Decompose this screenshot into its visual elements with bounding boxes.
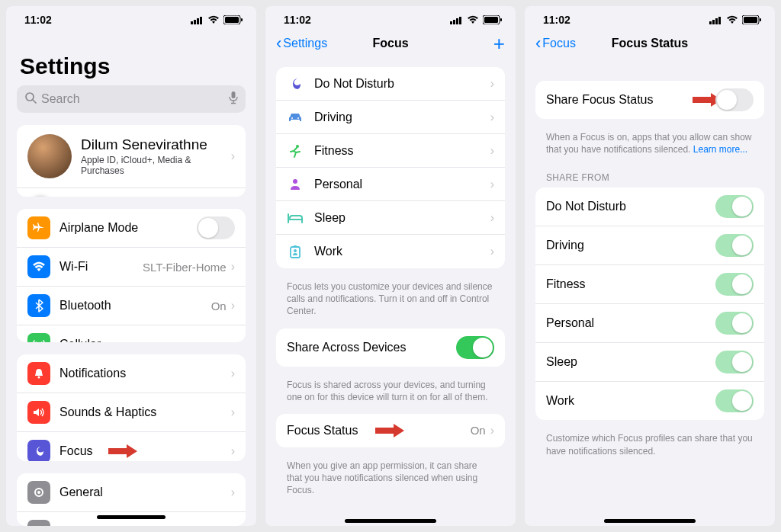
wifi-icon <box>467 15 479 24</box>
svg-rect-6 <box>241 18 243 21</box>
battery-icon <box>223 15 243 24</box>
svg-rect-36 <box>709 21 712 24</box>
sharefrom-driving-row[interactable]: Driving <box>535 226 764 265</box>
svg-rect-3 <box>200 17 202 24</box>
focus-row[interactable]: Focus › <box>17 432 246 461</box>
svg-rect-22 <box>450 21 452 24</box>
back-button[interactable]: ‹ Settings <box>276 34 327 53</box>
sounds-row[interactable]: Sounds & Haptics › <box>17 393 246 432</box>
row-label: General <box>59 486 231 499</box>
bluetooth-icon <box>27 294 50 317</box>
svg-rect-41 <box>744 17 757 23</box>
sharefrom-fitness-row[interactable]: Fitness <box>535 265 764 304</box>
bell-icon <box>27 362 50 385</box>
work-row[interactable]: Work › <box>276 235 505 268</box>
fitness-row[interactable]: Fitness › <box>276 134 505 168</box>
row-label: Cellular <box>59 338 231 342</box>
chevron-right-icon: › <box>231 149 235 163</box>
general-row[interactable]: General › <box>17 473 246 512</box>
chevron-right-icon: › <box>490 77 494 91</box>
focus-screen: 11:02 ‹ Settings Focus + Do Not Disturb … <box>265 6 516 526</box>
sharefrom-dnd-row[interactable]: Do Not Disturb <box>535 187 764 226</box>
learn-more-link[interactable]: Learn more... <box>693 144 747 155</box>
svg-point-29 <box>291 117 293 119</box>
search-input[interactable]: Search <box>17 85 246 113</box>
share-from-group: Do Not Disturb Driving Fitness Personal … <box>535 187 764 420</box>
row-label: Do Not Disturb <box>314 77 490 91</box>
wifi-icon <box>207 15 220 24</box>
sharefrom-work-row[interactable]: Work <box>535 382 764 420</box>
apple-id-row[interactable]: Dilum Senevirathne Apple ID, iCloud+, Me… <box>17 125 246 188</box>
connectivity-group: Airplane Mode Wi-Fi SLT-Fiber-Home › Blu… <box>17 209 246 342</box>
svg-rect-39 <box>718 17 721 24</box>
nav-bar: ‹ Settings Focus + <box>265 30 516 61</box>
row-label: Work <box>314 245 490 258</box>
share-devices-toggle[interactable] <box>456 336 494 359</box>
sharefrom-sleep-toggle[interactable] <box>715 351 754 373</box>
svg-rect-38 <box>715 18 718 24</box>
svg-rect-35 <box>294 245 297 248</box>
sharefrom-dnd-toggle[interactable] <box>715 195 754 218</box>
mic-icon[interactable] <box>229 91 238 107</box>
cellular-signal-icon <box>450 16 463 24</box>
chevron-left-icon: ‹ <box>276 34 281 53</box>
share-devices-group: Share Across Devices <box>276 328 505 367</box>
share-devices-footnote: Focus is shared across your devices, and… <box>265 379 516 414</box>
gear-icon <box>27 481 50 504</box>
settings-screen: 11:02 Settings Search Dilum Senevirathne… <box>6 6 256 526</box>
wifi-row[interactable]: Wi-Fi SLT-Fiber-Home › <box>17 248 246 287</box>
notifications-row[interactable]: Notifications › <box>17 354 246 393</box>
add-button[interactable]: + <box>493 34 505 53</box>
sharefrom-driving-toggle[interactable] <box>715 234 754 257</box>
svg-rect-1 <box>194 20 196 24</box>
driving-row[interactable]: Driving › <box>276 101 505 134</box>
sharefrom-sleep-row[interactable]: Sleep <box>535 343 764 382</box>
share-from-header: Share From <box>525 166 775 187</box>
focus-status-screen: 11:02 ‹ Focus Focus Status Share Focus S… <box>525 6 775 526</box>
share-focus-status-row[interactable]: Share Focus Status <box>535 81 764 119</box>
row-label: Share Focus Status <box>546 93 715 107</box>
sharefrom-work-toggle[interactable] <box>715 389 754 412</box>
airplane-icon <box>27 216 50 239</box>
back-button[interactable]: ‹ Focus <box>535 34 576 53</box>
wifi-icon <box>726 15 738 24</box>
row-label: Notifications <box>59 367 231 380</box>
sharefrom-fitness-toggle[interactable] <box>715 273 754 296</box>
chevron-left-icon: ‹ <box>535 34 541 53</box>
cellular-row[interactable]: Cellular › <box>17 325 246 342</box>
share-status-group: Share Focus Status <box>535 81 764 119</box>
sharefrom-personal-row[interactable]: Personal <box>535 304 764 343</box>
wifi-icon <box>27 255 50 278</box>
cellular-icon <box>27 333 50 342</box>
row-label: Driving <box>546 239 715 252</box>
chevron-right-icon: › <box>490 245 494 258</box>
personal-row[interactable]: Personal › <box>276 168 505 201</box>
share-status-toggle[interactable] <box>715 88 754 111</box>
chevron-right-icon: › <box>231 524 235 526</box>
family-row[interactable]: Family › <box>17 188 246 197</box>
airplane-mode-row[interactable]: Airplane Mode <box>17 209 246 248</box>
badge-icon <box>287 245 304 258</box>
focus-modes-group: Do Not Disturb › Driving › Fitness › Per… <box>276 67 505 268</box>
row-label: Sounds & Haptics <box>59 405 231 419</box>
focus-status-row[interactable]: Focus Status On › <box>276 414 505 447</box>
share-devices-row[interactable]: Share Across Devices <box>276 328 505 367</box>
svg-rect-23 <box>453 20 455 24</box>
sleep-row[interactable]: Sleep › <box>276 201 505 235</box>
chevron-right-icon: › <box>231 405 235 419</box>
person-icon <box>287 178 304 191</box>
svg-rect-27 <box>484 17 498 23</box>
running-icon <box>287 144 304 158</box>
airplane-toggle[interactable] <box>197 216 235 239</box>
speaker-icon <box>27 401 50 424</box>
row-label: Sleep <box>546 355 715 369</box>
nav-bar: ‹ Focus Focus Status <box>525 30 775 61</box>
home-indicator <box>604 519 696 523</box>
dnd-row[interactable]: Do Not Disturb › <box>276 67 505 101</box>
row-label: Wi-Fi <box>59 260 143 274</box>
bluetooth-row[interactable]: Bluetooth On › <box>17 287 246 325</box>
status-icons <box>709 15 761 24</box>
profile-sub: Apple ID, iCloud+, Media & Purchases <box>81 155 231 176</box>
sharefrom-personal-toggle[interactable] <box>715 312 754 335</box>
row-label: Focus <box>59 444 231 458</box>
